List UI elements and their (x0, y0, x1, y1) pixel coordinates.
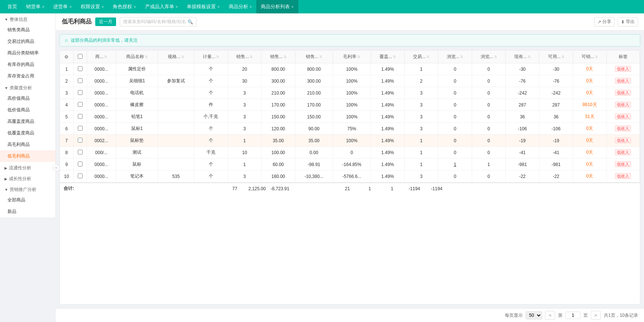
nav-close-sales[interactable]: × (42, 4, 44, 9)
row-unit: 个 (194, 135, 228, 147)
nav-item-roles[interactable]: 角色授权 × (108, 0, 140, 13)
row-transactions: 3 (404, 99, 438, 111)
sidebar-item-low-value[interactable]: 低价值商品 (0, 104, 55, 116)
col-checkbox[interactable] (73, 51, 87, 63)
row-checkbox[interactable] (73, 159, 87, 170)
col-gross-rate[interactable]: 毛利率⇅ (333, 51, 371, 63)
sidebar-item-new-products[interactable]: 新品 (0, 206, 55, 217)
share-button[interactable]: ↗ 分享 (594, 17, 615, 26)
col-browse1[interactable]: 浏览...⇅ (438, 51, 472, 63)
row-select-checkbox[interactable] (78, 138, 83, 143)
row-checkbox[interactable] (73, 111, 87, 123)
row-select-checkbox[interactable] (78, 114, 83, 119)
sidebar-item-high-coverage[interactable]: 高覆盖度商品 (0, 116, 55, 127)
sidebar-item-high-margin[interactable]: 高毛利商品 (0, 139, 55, 150)
row-checkbox[interactable] (73, 63, 87, 75)
sidebar-item-high-value[interactable]: 高价值商品 (0, 93, 55, 104)
col-sales-price[interactable]: 销售...⇅ (262, 51, 295, 63)
col-stock-current[interactable]: 现有...⇅ (506, 51, 539, 63)
row-name: 鼠标垫 (116, 135, 158, 147)
row-browse1[interactable]: 1 (438, 159, 472, 170)
row-stock-available: -106 (539, 123, 573, 135)
nav-item-home[interactable]: 首页 (3, 0, 22, 13)
col-stock-saleable[interactable]: 可销...⇅ (573, 51, 607, 63)
row-code: 0000... (87, 159, 116, 170)
per-page-select[interactable]: 50 (526, 311, 542, 319)
col-settings[interactable]: ⚙ (60, 51, 73, 63)
prev-page-button[interactable]: ＜ (545, 311, 555, 320)
nav-item-product-storage[interactable]: 产成品入库单 × (141, 0, 182, 13)
row-select-checkbox[interactable] (78, 150, 83, 154)
nav-item-analysis[interactable]: 商品分析 × (224, 0, 256, 13)
search-box[interactable]: 搜索条形码/编码/名称/规格/别名 🔍 (120, 17, 196, 26)
nav-item-purchase[interactable]: 进货单 × (49, 0, 76, 13)
nav-close-purchase[interactable]: × (69, 4, 71, 9)
row-unit: 个 (194, 159, 228, 170)
nav-item-template[interactable]: 单据模板设置 × (182, 0, 224, 13)
sidebar-item-sales-products[interactable]: 销售类商品 (0, 24, 55, 36)
nav-item-analysis-list[interactable]: 商品分析列表 × (256, 0, 298, 13)
row-select-checkbox[interactable] (78, 102, 83, 107)
col-code[interactable]: 商...⇅ (87, 51, 116, 63)
col-transactions[interactable]: 交易...⇅ (404, 51, 438, 63)
total-sales-amount: -8,723.91 (268, 186, 292, 191)
search-icon[interactable]: 🔍 (188, 19, 193, 25)
sidebar-item-traded-products[interactable]: 交易过的商品 (0, 36, 55, 47)
row-select-checkbox[interactable] (78, 66, 83, 71)
select-all-checkbox[interactable] (78, 54, 83, 59)
sidebar-group-marketing[interactable]: ▼ 营销推广分析 (0, 184, 55, 194)
row-sales-price: 60.00 (262, 159, 295, 170)
date-filter-button[interactable]: 近一月 (95, 17, 116, 26)
nav-close-roles[interactable]: × (134, 4, 136, 9)
col-tag[interactable]: 标签 (606, 51, 640, 63)
nav-close-template[interactable]: × (217, 4, 220, 9)
row-checkbox[interactable] (73, 123, 87, 135)
row-checkbox[interactable] (73, 147, 87, 159)
nav-item-permissions[interactable]: 权限设置 × (76, 0, 108, 13)
col-coverage[interactable]: 覆盖...⇅ (371, 51, 405, 63)
col-name[interactable]: 商品名称⇅ (116, 51, 158, 63)
sidebar-item-category-sales-rate[interactable]: 商品分类助销率 (0, 47, 55, 59)
row-num: 7 (60, 135, 73, 147)
col-stock-available[interactable]: 可用...⇅ (539, 51, 573, 63)
sidebar-item-all-products[interactable]: 全部商品 (0, 194, 55, 206)
row-checkbox[interactable] (73, 135, 87, 147)
nav-item-sales[interactable]: 销货单 × (22, 0, 49, 13)
page-input[interactable] (565, 312, 580, 319)
row-checkbox[interactable] (73, 99, 87, 111)
col-unit[interactable]: 计量...⇅ (194, 51, 228, 63)
nav-close-permissions[interactable]: × (102, 4, 104, 9)
col-sales-amount[interactable]: 销售...⇅ (295, 51, 333, 63)
row-select-checkbox[interactable] (78, 173, 83, 178)
nav-close-analysis[interactable]: × (250, 4, 252, 9)
sidebar-group-cluster[interactable]: ▼ 类聚度分析 (0, 82, 55, 93)
col-browse2[interactable]: 浏览...⇅ (472, 51, 506, 63)
sidebar-collapse-button[interactable]: « (53, 165, 60, 171)
sidebar-group-circulation[interactable]: ▶ 流通性分析 (0, 162, 55, 173)
row-select-checkbox[interactable] (78, 162, 83, 166)
col-spec[interactable]: 规格...⇅ (158, 51, 194, 63)
row-checkbox[interactable] (73, 75, 87, 87)
nav-close-analysis-list[interactable]: × (291, 4, 294, 9)
row-browse1: 0 (438, 123, 472, 135)
row-code: 0000... (87, 170, 116, 182)
row-gross-rate: 100% (333, 87, 371, 99)
nav-close-product-storage[interactable]: × (176, 4, 178, 9)
next-page-button[interactable]: ＞ (591, 311, 601, 320)
sidebar-item-stock-capital[interactable]: 库存资金占用 (0, 70, 55, 82)
row-select-checkbox[interactable] (78, 90, 83, 95)
col-sales-qty[interactable]: 销售...⇅ (228, 51, 262, 63)
sidebar-item-low-coverage[interactable]: 低覆盖度商品 (0, 127, 55, 139)
sidebar-group-growth[interactable]: ▶ 成长性分析 (0, 173, 55, 184)
sidebar-item-low-margin[interactable]: 低毛利商品 (0, 150, 55, 162)
row-tag: 低收入 (606, 135, 640, 147)
sidebar-group-overall[interactable]: ▼ 整体信息 (0, 13, 55, 24)
sidebar-item-stock-products[interactable]: 有库存的商品 (0, 59, 55, 70)
row-checkbox[interactable] (73, 87, 87, 99)
row-browse1: 0 (438, 99, 472, 111)
row-select-checkbox[interactable] (78, 78, 83, 83)
row-select-checkbox[interactable] (78, 126, 83, 131)
export-button[interactable]: ⬇ 导出 (618, 17, 638, 26)
row-tag: 低收入 (606, 159, 640, 170)
row-checkbox[interactable] (73, 170, 87, 182)
